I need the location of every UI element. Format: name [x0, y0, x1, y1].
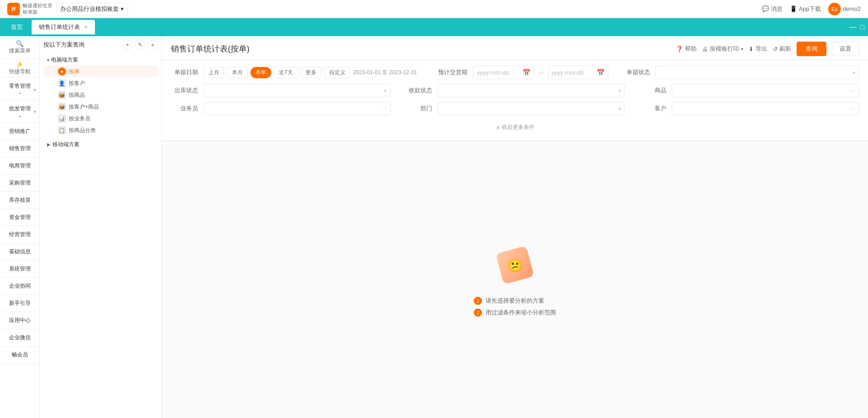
sidebar-item-label: 电商管理: [9, 162, 31, 170]
delivery-date-start[interactable]: yyyy-mm-dd 📅: [473, 66, 534, 79]
sidebar-item-basic-info[interactable]: 基础信息: [0, 243, 39, 261]
schema-item-by-goods[interactable]: 📦 按商品: [43, 89, 158, 101]
date-btn-this-year[interactable]: 本年: [250, 67, 271, 78]
sidebar-item-newbie[interactable]: 新手引导: [0, 295, 39, 312]
chevron-icon: ▾: [19, 91, 21, 95]
template-print-button[interactable]: 🖨 按模板打印 ▾: [702, 45, 743, 53]
more-icon[interactable]: ···: [850, 105, 855, 112]
date-btn-last-month[interactable]: 上月: [203, 67, 224, 78]
edit-schema-button[interactable]: ✎: [135, 40, 145, 50]
goods-label: 商品: [639, 86, 666, 95]
sidebar-item-finance[interactable]: 资金管理: [0, 209, 39, 226]
sidebar-item-label: 销售管理: [9, 145, 31, 152]
top-bar-right: 💬 消息 📱 App下载 Ea demo2: [762, 3, 861, 15]
schema-icon: 📦: [58, 91, 66, 99]
customer-input[interactable]: ···: [672, 102, 859, 115]
tip-number-1: 1: [474, 297, 482, 305]
add-schema-button[interactable]: +: [123, 40, 132, 50]
goods-input[interactable]: ···: [672, 84, 859, 97]
date-btn-last-7-days[interactable]: 近7天: [274, 67, 298, 78]
sidebar-item-wechat[interactable]: 企业微信: [0, 329, 39, 347]
schema-selected-icon: ●: [58, 67, 66, 76]
more-icon[interactable]: ···: [850, 87, 855, 94]
chevron-icon: ▴: [19, 114, 21, 118]
sidebar-nav-quick[interactable]: ⚡ 快捷导航: [0, 59, 39, 78]
sidebar-item-purchase[interactable]: 采购管理: [0, 175, 39, 192]
order-status-select[interactable]: ▾: [656, 66, 859, 79]
payment-status-select[interactable]: ▾: [438, 84, 625, 97]
schema-category-pc[interactable]: ▾ 电脑端方案: [43, 53, 158, 66]
sidebar-item-sales[interactable]: 销售管理: [0, 140, 39, 157]
sidebar-item-label: 企业协同: [9, 282, 31, 290]
sidebar-item-marketing[interactable]: 营销推广: [0, 123, 39, 140]
schema-icon: 👤: [58, 79, 66, 87]
workspace-selector[interactable]: 办公用品行业模拟账套 ▾: [56, 3, 128, 15]
order-status-label: 单据状态: [623, 68, 650, 76]
user-profile[interactable]: Ea demo2: [828, 3, 861, 15]
schema-item-by-customer[interactable]: 👤 按客户: [43, 77, 158, 89]
tab-minimize-button[interactable]: —: [849, 23, 856, 31]
collapse-panel-button[interactable]: «: [148, 40, 158, 50]
export-button[interactable]: ⬇ 导出: [749, 45, 767, 53]
tab-maximize-button[interactable]: □: [860, 23, 864, 31]
schema-item-label: 按商品: [69, 91, 85, 99]
sidebar: 🔍 搜索菜单 ⚡ 快捷导航 零售管理 ▾ 批发管理 ▴ 营销推广 销售管理 电商…: [0, 36, 40, 418]
sidebar-item-system[interactable]: 系统管理: [0, 261, 39, 278]
chevron-down-icon: ▾: [853, 70, 855, 75]
sidebar-item-wholesale[interactable]: 批发管理 ▴: [0, 100, 39, 123]
collapse-more-button[interactable]: ∧ 收起更多条件: [171, 120, 859, 135]
chevron-down-icon: ▾: [618, 88, 621, 93]
schema-item-by-salesperson[interactable]: 📊 按业务员: [43, 113, 158, 124]
left-panel-actions: + ✎ «: [123, 40, 158, 50]
schema-icon: 📊: [58, 114, 66, 123]
page-header: 销售订单统计表(按单) ❓ 帮助 🖨 按模板打印 ▾ ⬇ 导出: [162, 36, 868, 60]
sidebar-item-label: 系统管理: [9, 265, 31, 273]
collapse-icon: ∧: [496, 124, 500, 131]
shipment-status-select[interactable]: ▾: [203, 84, 391, 97]
delivery-date-end[interactable]: yyyy-mm-dd 📅: [547, 66, 609, 79]
query-button[interactable]: 查询: [797, 42, 826, 56]
dept-select[interactable]: ▾: [438, 102, 625, 115]
sidebar-item-membership[interactable]: 畅会员: [0, 347, 39, 364]
sidebar-item-enterprise[interactable]: 企业协同: [0, 278, 39, 295]
download-icon: 📱: [790, 5, 797, 12]
setting-button[interactable]: 设置: [832, 42, 859, 56]
sidebar-item-operations[interactable]: 经营管理: [0, 226, 39, 243]
left-panel-header: 按以下方案查询 + ✎ «: [43, 40, 158, 50]
more-icon[interactable]: ···: [382, 105, 387, 112]
schema-item-by-customer-goods[interactable]: 📦 按客户+商品: [43, 101, 158, 113]
salesperson-input[interactable]: ···: [203, 102, 391, 115]
date-btn-this-month[interactable]: 本月: [227, 67, 248, 78]
tab-sales-order-stats[interactable]: 销售订单统计表 ×: [32, 20, 95, 34]
empty-tip-1: 1 请先选择要分析的方案: [474, 297, 556, 305]
message-icon: 💬: [762, 5, 769, 12]
left-panel-title: 按以下方案查询: [43, 41, 85, 49]
logo-area: 好 畅捷通好生意 标准版: [7, 3, 52, 15]
date-btn-more[interactable]: 更多: [301, 67, 321, 78]
sidebar-item-app-center[interactable]: 应用中心: [0, 312, 39, 329]
chevron-down-icon: ▾: [741, 47, 743, 52]
main-layout: 🔍 搜索菜单 ⚡ 快捷导航 零售管理 ▾ 批发管理 ▴ 营销推广 销售管理 电商…: [0, 36, 868, 418]
empty-icon-box: 😕: [495, 246, 534, 285]
help-button[interactable]: ❓ 帮助: [676, 45, 697, 53]
date-btn-custom[interactable]: 自定义: [324, 67, 350, 78]
delivery-date-col: yyyy-mm-dd 📅 — yyyy-mm-dd 📅: [473, 66, 609, 79]
dept-label: 部门: [405, 104, 432, 113]
refresh-button[interactable]: ↺ 刷新: [773, 45, 791, 53]
sidebar-item-label: 应用中心: [9, 317, 31, 324]
messages-button[interactable]: 💬 消息: [762, 5, 783, 13]
schema-category-mobile[interactable]: ▶ 移动端方案: [43, 138, 158, 150]
app-download-button[interactable]: 📱 App下载: [790, 5, 821, 13]
sidebar-search[interactable]: 🔍 搜索菜单: [0, 36, 39, 59]
date-range-text: 2023-01-01 至 2023-12-31: [353, 69, 417, 76]
sidebar-item-retail[interactable]: 零售管理 ▾: [0, 78, 39, 100]
tab-home[interactable]: 首页: [4, 20, 30, 34]
schema-item-label: 按业务员: [69, 115, 90, 123]
schema-item-by-goods-category[interactable]: 📋 按商品分类: [43, 124, 158, 136]
sidebar-item-inventory[interactable]: 库存核算: [0, 192, 39, 209]
tab-close-icon[interactable]: ×: [85, 24, 88, 30]
calendar-icon[interactable]: 📅: [523, 69, 530, 76]
schema-item-by-order[interactable]: ● 按单: [43, 66, 158, 77]
calendar-icon[interactable]: 📅: [597, 69, 604, 76]
sidebar-item-ecommerce[interactable]: 电商管理: [0, 157, 39, 175]
